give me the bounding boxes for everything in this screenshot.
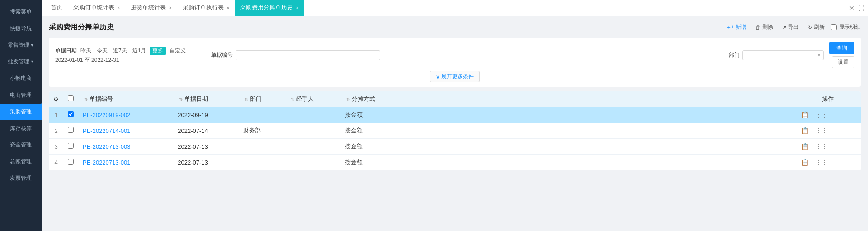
date-btn-more[interactable]: 更多 [150,47,166,55]
doc-no-link[interactable]: PE-20220713-003 [83,143,131,150]
row-doc-date: 2022-07-13 [173,139,239,155]
sidebar-item-quick[interactable]: 快捷导航 [0,20,42,37]
row-split-method: 按金额 [340,155,795,170]
view-action-icon[interactable]: 📋 [799,142,811,151]
tab-inbound-stats[interactable]: 进货单统计表 × [125,0,177,16]
export-icon: ↗ [782,24,787,31]
select-all-checkbox[interactable] [68,95,74,101]
row-handler [285,123,340,139]
sidebar-item-ecom[interactable]: 电商管理 [0,87,42,104]
sidebar-item-inventory[interactable]: 库存核算 [0,120,42,137]
close-all-tabs-icon[interactable]: ✕ [849,5,854,12]
tab-purchase-order-exec[interactable]: 采购订单执行表 × [177,0,235,16]
row-actions: 📋 ⋮⋮ [795,139,861,155]
query-set-group: 查询 设置 [829,42,854,68]
sidebar-item-invoice[interactable]: 发票管理 [0,170,42,187]
view-action-icon[interactable]: 📋 [799,110,811,119]
sidebar: 搜索菜单 快捷导航 零售管理 ▼ 批发管理 ▼ 小畅电商 电商管理 采购管理 库… [0,0,42,231]
row-checkbox-col [63,139,78,155]
col-split-method: ⇅ 分摊方式 [340,91,795,107]
view-action-icon[interactable]: 📋 [799,158,811,167]
chevron-down-icon: ▼ [30,42,34,48]
row-split-method: 按金额 [340,123,795,139]
date-range-display: 2022-01-01 至 2022-12-31 [55,57,119,64]
row-dept [239,139,285,155]
query-button[interactable]: 查询 [829,42,854,54]
row-checkbox[interactable] [68,159,74,165]
view-action-icon[interactable]: 📋 [799,126,811,135]
row-doc-date: 2022-07-14 [173,123,239,139]
row-doc-no: PE-20220919-002 [78,107,173,123]
sidebar-item-mobile[interactable]: 小畅电商 [0,70,42,87]
date-btn-today[interactable]: 今天 [95,47,109,55]
maximize-icon[interactable]: ⛶ [858,5,864,12]
date-btn-7days[interactable]: 近7天 [111,47,129,55]
tab-home[interactable]: 首页 [45,0,68,16]
sidebar-item-purchase[interactable]: 采购管理 [0,104,42,120]
row-actions: 📋 ⋮⋮ [795,155,861,170]
row-doc-no: PE-20220713-001 [78,155,173,170]
tab-purchase-order-stats[interactable]: 采购订单统计表 × [68,0,125,16]
close-tab-purchase-cost-history[interactable]: × [296,5,298,10]
add-button[interactable]: ＋ + 新增 [723,22,749,33]
dept-select[interactable]: 财务部 [742,50,824,60]
col-actions: 操作 [795,91,861,107]
more-action-icon[interactable]: ⋮⋮ [813,158,830,167]
col-dept: ⇅ 部门 [239,91,285,107]
row-handler [285,155,340,170]
dept-select-wrapper: 财务部 [742,50,824,60]
row-doc-no: PE-20220714-001 [78,123,173,139]
doc-no-link[interactable]: PE-20220919-002 [83,112,131,118]
expand-more-button[interactable]: ∨ 展开更多条件 [430,71,480,82]
export-button[interactable]: ↗ 导出 [779,22,802,33]
sidebar-item-retail[interactable]: 零售管理 ▼ [0,37,42,54]
col-settings[interactable]: ⚙ [49,91,63,107]
refresh-icon: ↻ [808,24,812,31]
row-checkbox[interactable] [68,127,74,133]
data-table-container: ⚙ ⇅ 单据编号 ⇅ 单据日期 [49,91,861,170]
sidebar-item-finance[interactable]: 资金管理 [0,137,42,153]
table-row: 3 PE-20220713-003 2022-07-13 按金额 📋 ⋮⋮ [49,139,861,155]
more-action-icon[interactable]: ⋮⋮ [813,142,830,151]
row-handler [285,139,340,155]
table-row: 2 PE-20220714-001 2022-07-14 财务部 按金额 📋 ⋮… [49,123,861,139]
filter-row: 单据日期 昨天 今天 近7天 近1月 更多 自定义 2022-01-01 至 2… [55,42,854,68]
delete-button[interactable]: 🗑 删除 [753,22,776,33]
doc-no-input[interactable] [236,50,380,60]
sidebar-item-ledger[interactable]: 总账管理 [0,153,42,170]
close-tab-purchase-order-exec[interactable]: × [226,5,229,10]
more-action-icon[interactable]: ⋮⋮ [813,126,830,135]
table-body: 1 PE-20220919-002 2022-09-19 按金额 📋 ⋮⋮ 2 [49,107,861,170]
row-dept [239,107,285,123]
row-settings-col: 3 [49,139,63,155]
settings-icon: ⚙ [53,96,59,103]
close-tab-purchase-order-stats[interactable]: × [117,5,120,10]
settings-button[interactable]: 设置 [832,56,854,68]
sidebar-item-search[interactable]: 搜索菜单 [0,4,42,20]
filter-area: 单据日期 昨天 今天 近7天 近1月 更多 自定义 2022-01-01 至 2… [49,38,861,87]
show-columns-toggle[interactable]: 显示明细 [831,24,861,31]
col-handler: ⇅ 经手人 [285,91,340,107]
refresh-button[interactable]: ↻ 刷新 [805,22,827,33]
dept-filter-group: 部门 财务部 [729,50,824,60]
row-checkbox[interactable] [68,111,74,117]
row-handler [285,107,340,123]
doc-no-link[interactable]: PE-20220714-001 [83,127,131,134]
tab-purchase-cost-history[interactable]: 采购费用分摊单历史 × [235,0,304,16]
sort-handler-icon: ⇅ [291,97,294,102]
doc-no-link[interactable]: PE-20220713-001 [83,159,131,166]
row-checkbox[interactable] [68,143,74,149]
date-filter-label: 单据日期 [55,47,77,55]
show-columns-checkbox[interactable] [831,24,837,30]
col-doc-date: ⇅ 单据日期 [173,91,239,107]
date-btn-1month[interactable]: 近1月 [131,47,148,55]
date-btn-yesterday[interactable]: 昨天 [79,47,93,55]
close-tab-inbound-stats[interactable]: × [169,5,171,10]
date-btn-custom[interactable]: 自定义 [168,47,188,55]
sidebar-item-wholesale[interactable]: 批发管理 ▼ [0,53,42,70]
col-doc-no: ⇅ 单据编号 [78,91,173,107]
tab-bar-right: ✕ ⛶ [849,5,864,12]
table-row: 4 PE-20220713-001 2022-07-13 按金额 📋 ⋮⋮ [49,155,861,170]
page-content: 采购费用分摊单历史 ＋ + 新增 🗑 删除 ↗ 导出 ↻ 刷新 [42,16,868,231]
more-action-icon[interactable]: ⋮⋮ [813,110,830,119]
